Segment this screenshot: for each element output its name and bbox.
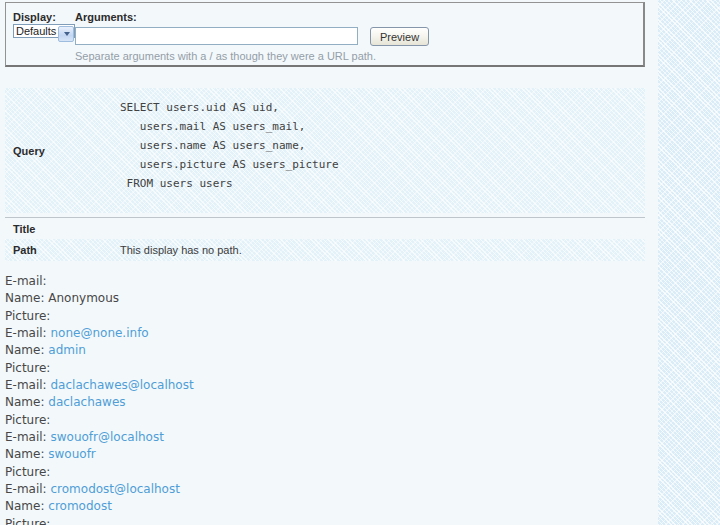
- preview-form: Display: Defaults Arguments: Preview Sep…: [5, 2, 645, 67]
- user-name-link[interactable]: daclachawes: [48, 395, 125, 409]
- preview-results: E-mail: Name: Anonymous Picture: E-mail:…: [5, 273, 658, 525]
- result-line: E-mail: cromodost@localhost: [5, 481, 658, 498]
- field-value: Anonymous: [48, 291, 119, 305]
- field-label: E-mail:: [5, 326, 47, 340]
- query-label: Query: [5, 145, 120, 157]
- path-row: Path This display has no path.: [5, 239, 645, 261]
- field-label: Picture:: [5, 517, 50, 525]
- arguments-label: Arguments:: [75, 10, 643, 24]
- field-label: Name:: [5, 395, 44, 409]
- user-name-link[interactable]: admin: [48, 343, 86, 357]
- result-line: Picture:: [5, 308, 658, 325]
- user-email-link[interactable]: daclachawes@localhost: [51, 378, 194, 392]
- right-rail-background: [658, 0, 720, 525]
- result-line: Name: Anonymous: [5, 290, 658, 307]
- result-line: Picture:: [5, 464, 658, 481]
- result-line: Name: swouofr: [5, 446, 658, 463]
- path-label: Path: [5, 244, 120, 256]
- field-label: Name:: [5, 291, 44, 305]
- display-label: Display:: [13, 10, 75, 24]
- field-label: E-mail:: [5, 430, 47, 444]
- result-line: Picture:: [5, 516, 658, 525]
- query-sql: SELECT users.uid AS uid, users.mail AS u…: [120, 98, 645, 193]
- field-label: Name:: [5, 343, 44, 357]
- field-label: Picture:: [5, 465, 50, 479]
- arguments-column: Arguments: Preview Separate arguments wi…: [75, 10, 643, 63]
- main-content: Display: Defaults Arguments: Preview Sep…: [0, 0, 658, 525]
- field-label: E-mail:: [5, 378, 47, 392]
- result-line: Name: cromodost: [5, 498, 658, 515]
- display-column: Display: Defaults: [13, 10, 75, 38]
- result-line: E-mail:: [5, 273, 658, 290]
- user-name-link[interactable]: cromodost: [48, 499, 112, 513]
- result-line: Name: daclachawes: [5, 394, 658, 411]
- result-line: Picture:: [5, 360, 658, 377]
- title-label: Title: [5, 223, 120, 235]
- preview-button[interactable]: Preview: [370, 27, 429, 46]
- field-label: Name:: [5, 499, 44, 513]
- title-row: Title: [5, 217, 645, 239]
- arguments-controls: Preview: [75, 27, 643, 46]
- user-email-link[interactable]: swouofr@localhost: [51, 430, 164, 444]
- arguments-help-text: Separate arguments with a / as though th…: [75, 50, 643, 63]
- result-line: Picture:: [5, 412, 658, 429]
- field-label: Picture:: [5, 309, 50, 323]
- field-label: Name:: [5, 447, 44, 461]
- view-summary: Query SELECT users.uid AS uid, users.mai…: [5, 88, 645, 261]
- arguments-input[interactable]: [75, 27, 358, 45]
- field-label: Picture:: [5, 413, 50, 427]
- user-email-link[interactable]: none@none.info: [51, 326, 149, 340]
- result-line: E-mail: daclachawes@localhost: [5, 377, 658, 394]
- result-line: Name: admin: [5, 342, 658, 359]
- path-value: This display has no path.: [120, 244, 645, 256]
- user-email-link[interactable]: cromodost@localhost: [51, 482, 180, 496]
- result-line: E-mail: none@none.info: [5, 325, 658, 342]
- user-name-link[interactable]: swouofr: [48, 447, 96, 461]
- display-select-wrap: Defaults: [13, 25, 75, 37]
- query-row: Query SELECT users.uid AS uid, users.mai…: [5, 88, 645, 213]
- field-label: E-mail:: [5, 274, 47, 288]
- field-label: Picture:: [5, 361, 50, 375]
- result-line: E-mail: swouofr@localhost: [5, 429, 658, 446]
- field-label: E-mail:: [5, 482, 47, 496]
- query-value-cell: SELECT users.uid AS uid, users.mail AS u…: [120, 88, 645, 213]
- display-select[interactable]: Defaults: [13, 24, 75, 38]
